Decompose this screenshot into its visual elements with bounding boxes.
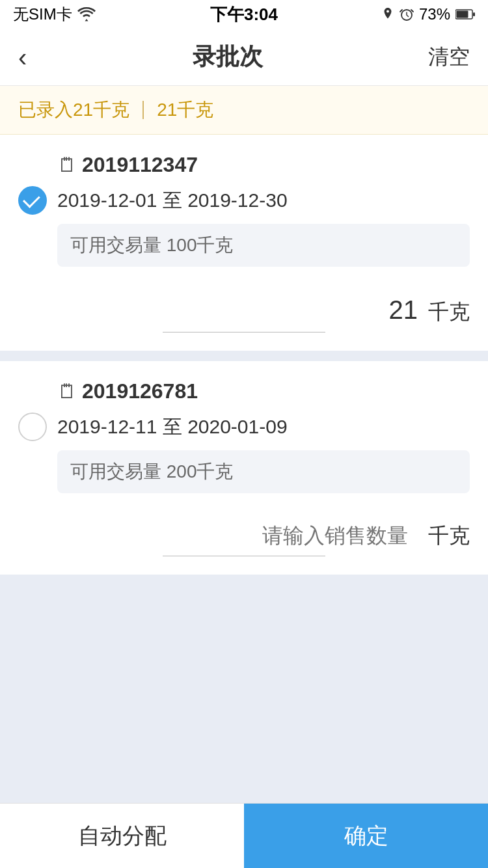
batch-item-1: 🗒 2019112347 2019-12-01 至 2019-12-30 可用交… [0, 135, 488, 351]
batch-header-2: 🗒 2019126781 [18, 379, 470, 403]
battery-icon [455, 8, 475, 20]
batch-radio-2[interactable] [18, 413, 47, 441]
battery-text: 73% [419, 5, 450, 23]
batch-doc-icon-2: 🗒 [57, 381, 77, 403]
status-left: 无SIM卡 [13, 4, 96, 25]
input-row-2[interactable]: 千克 [0, 511, 488, 550]
location-icon [381, 7, 394, 21]
bottom-buttons: 自动分配 确定 [0, 803, 488, 868]
batch-header-1: 🗒 2019112347 [18, 153, 470, 177]
clear-button[interactable]: 清空 [428, 43, 470, 72]
info-bar: 已录入21千克 21千克 [0, 86, 488, 135]
batch-id-2: 2019126781 [82, 379, 198, 403]
batch-date-1: 2019-12-01 至 2019-12-30 [57, 187, 288, 214]
back-button[interactable]: ‹ [18, 44, 27, 70]
batch-date-row-1[interactable]: 2019-12-01 至 2019-12-30 [18, 186, 470, 215]
amount-row-1: 21 千克 [0, 285, 488, 327]
batch-quantity-bar-1: 可用交易量 100千克 [57, 224, 470, 267]
batch-detail-1: 🗒 2019112347 2019-12-01 至 2019-12-30 可用交… [0, 135, 488, 285]
status-bar: 无SIM卡 下午3:04 73% [0, 0, 488, 29]
input-unit-2: 千克 [428, 522, 470, 550]
quantity-input-2[interactable] [210, 524, 418, 548]
amount-underline-container-1 [0, 327, 488, 351]
page-title: 录批次 [193, 41, 263, 73]
info-value: 21千克 [157, 98, 213, 122]
nav-bar: ‹ 录批次 清空 [0, 29, 488, 86]
amount-underline-1 [163, 332, 325, 332]
status-right: 73% [381, 5, 475, 23]
confirm-label: 确定 [344, 821, 388, 851]
alarm-icon [400, 7, 414, 21]
section-separator [0, 351, 488, 361]
batch-detail-2: 🗒 2019126781 2019-12-11 至 2020-01-09 可用交… [0, 361, 488, 511]
batch-quantity-bar-2: 可用交易量 200千克 [57, 450, 470, 493]
batch-quantity-text-1: 可用交易量 100千克 [70, 235, 234, 255]
svg-rect-2 [457, 11, 468, 18]
confirm-button[interactable]: 确定 [244, 804, 488, 868]
batch-id-1: 2019112347 [82, 153, 198, 177]
auto-distribute-button[interactable]: 自动分配 [0, 804, 244, 868]
time-display: 下午3:04 [210, 3, 278, 26]
batch-date-2: 2019-12-11 至 2020-01-09 [57, 414, 288, 441]
auto-distribute-label: 自动分配 [78, 821, 167, 851]
batch-item-2: 🗒 2019126781 2019-12-11 至 2020-01-09 可用交… [0, 361, 488, 575]
info-divider [142, 101, 144, 119]
amount-unit-1: 千克 [428, 298, 470, 327]
batch-date-row-2[interactable]: 2019-12-11 至 2020-01-09 [18, 413, 470, 441]
batch-doc-icon-1: 🗒 [57, 154, 77, 176]
batch-quantity-text-2: 可用交易量 200千克 [70, 461, 234, 481]
input-underline-container-2 [0, 550, 488, 575]
wifi-icon [77, 7, 96, 21]
carrier-text: 无SIM卡 [13, 4, 72, 25]
amount-value-1: 21 [389, 295, 418, 325]
input-underline-2 [163, 556, 325, 556]
svg-rect-3 [473, 12, 475, 16]
batch-radio-1[interactable] [18, 186, 47, 215]
info-label: 已录入21千克 [18, 98, 129, 122]
